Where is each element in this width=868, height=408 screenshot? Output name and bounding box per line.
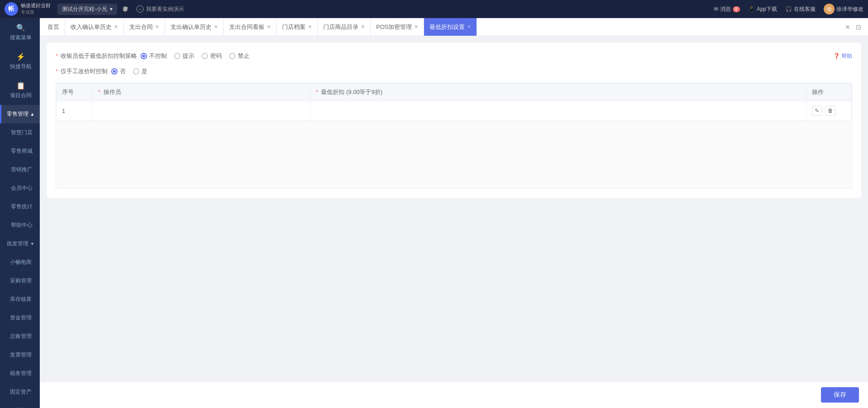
sidebar-item-payroll[interactable]: 工资 xyxy=(0,401,40,408)
tab-close-all-button[interactable]: ✕ xyxy=(844,23,851,32)
tab-close-expenditure-history[interactable]: ✕ xyxy=(214,24,218,30)
headset-icon: 🎧 xyxy=(785,6,792,12)
tab-close-store-catalog[interactable]: ✕ xyxy=(361,24,365,30)
message-icon: ✉ xyxy=(714,6,718,12)
discount-policy-options: 不控制 提示 密码 禁止 xyxy=(141,52,250,60)
sidebar-item-funds[interactable]: 资金管理 xyxy=(0,309,40,327)
radio-no-control[interactable]: 不控制 xyxy=(141,52,167,60)
cell-operator[interactable] xyxy=(93,101,311,121)
col-action: 操作 xyxy=(807,84,852,101)
tab-pos-management[interactable]: POS加密管理 ✕ xyxy=(371,18,424,36)
messages-action[interactable]: ✉ 消息 8 xyxy=(714,5,740,13)
sidebar-item-membership[interactable]: 会员中心 xyxy=(0,179,40,197)
tab-discount-settings[interactable]: 最低折扣设置 ✕ xyxy=(424,18,477,36)
cell-seq: 1 xyxy=(57,101,93,121)
tab-actions: ✕ ⊡ xyxy=(844,23,866,32)
settings-icon[interactable] xyxy=(121,5,130,14)
logo-text: 畅捷通好业财 xyxy=(21,3,51,9)
discount-policy-row: * 收银员低于最低折扣控制策略 不控制 提示 xyxy=(56,52,852,60)
sidebar-item-help[interactable]: 帮助中心 xyxy=(0,216,40,234)
help-link[interactable]: ❓ 帮助 xyxy=(833,52,852,60)
page-content: * 收银员低于最低折扣控制策略 不控制 提示 xyxy=(40,36,868,381)
discount-policy-label: * 收银员低于最低折扣控制策略 xyxy=(56,52,137,60)
customer-service-action[interactable]: 🎧 在线客服 xyxy=(785,5,816,13)
sidebar-item-contract[interactable]: 📋 项目合同 xyxy=(0,76,40,105)
page-footer: 保存 xyxy=(40,381,868,408)
manual-price-options: 否 是 xyxy=(111,67,147,75)
user-profile-action[interactable]: 徐 徐泽华修改 xyxy=(824,4,863,14)
question-icon: ❓ xyxy=(833,53,840,59)
save-button[interactable]: 保存 xyxy=(821,387,859,403)
sidebar-item-ecommerce[interactable]: 小畅电商 xyxy=(0,253,40,272)
settings-card: * 收银员低于最低折扣控制策略 不控制 提示 xyxy=(47,43,861,198)
sidebar-item-invoice[interactable]: 发票管理 xyxy=(0,346,40,364)
app-download-action[interactable]: 📱 App下载 xyxy=(748,5,777,13)
tab-expenditure-contract[interactable]: 支出合同 ✕ xyxy=(124,18,165,36)
radio-forbid[interactable]: 禁止 xyxy=(229,52,250,60)
nav-icon: ⚡ xyxy=(16,52,25,61)
discount-table: 序号 * 操作员 * 最低折扣 (9.00等于9折) xyxy=(56,83,852,121)
tab-store-catalog[interactable]: 门店商品目录 ✕ xyxy=(318,18,371,36)
radio-password-indicator xyxy=(202,53,208,59)
tab-expenditure-board[interactable]: 支出合同看板 ✕ xyxy=(224,18,277,36)
sidebar-item-tax[interactable]: 税务管理 xyxy=(0,364,40,383)
top-header: 帐 畅捷通好业财 专业版 测试分开完程-小兄 ▾ ○ 我要看实例演示 ✉ 消息 … xyxy=(0,0,868,18)
cell-actions: ✎ 🗑 xyxy=(807,101,852,121)
col-operator: * 操作员 xyxy=(93,84,311,101)
table-row: 1 ✎ 🗑 xyxy=(57,101,852,121)
manual-price-row: * 仅手工改价时控制 否 是 xyxy=(56,67,852,75)
tab-close-store-file[interactable]: ✕ xyxy=(308,24,312,30)
radio-no-control-indicator xyxy=(141,53,147,59)
manual-price-label: * 仅手工改价时控制 xyxy=(56,67,108,75)
tab-close-discount[interactable]: ✕ xyxy=(467,24,471,30)
demo-link[interactable]: ○ 我要看实例演示 xyxy=(137,5,184,13)
sidebar-item-assets[interactable]: 固定资产 xyxy=(0,383,40,401)
tab-close-expenditure-contract[interactable]: ✕ xyxy=(155,24,159,30)
tab-expenditure-history[interactable]: 支出确认单历史 ✕ xyxy=(165,18,224,36)
tab-close-pos[interactable]: ✕ xyxy=(414,24,418,30)
logo-icon: 帐 xyxy=(5,2,18,16)
radio-manual-no-indicator xyxy=(111,68,118,75)
tab-close-income-history[interactable]: ✕ xyxy=(114,24,118,30)
edit-row-button[interactable]: ✎ xyxy=(812,106,822,116)
radio-forbid-indicator xyxy=(229,53,236,59)
avatar: 徐 xyxy=(824,4,835,14)
radio-manual-yes[interactable]: 是 xyxy=(133,67,147,75)
tab-store-file[interactable]: 门店档案 ✕ xyxy=(277,18,318,36)
tab-home[interactable]: 首页 xyxy=(42,18,65,36)
sidebar-item-smart-store[interactable]: 智慧门店 xyxy=(0,123,40,142)
radio-manual-no[interactable]: 否 xyxy=(111,67,126,75)
sidebar-item-search[interactable]: 🔍 搜索菜单 xyxy=(0,18,40,47)
chevron-down-icon: ▼ xyxy=(30,241,35,246)
sidebar-item-marketing[interactable]: 营销推广 xyxy=(0,160,40,179)
demo-icon: ○ xyxy=(137,5,144,13)
search-icon: 🔍 xyxy=(16,23,25,32)
sidebar-item-ledger[interactable]: 总账管理 xyxy=(0,327,40,346)
messages-badge: 8 xyxy=(733,6,740,12)
radio-remind-indicator xyxy=(174,53,180,59)
radio-remind[interactable]: 提示 xyxy=(174,52,194,60)
cell-discount[interactable] xyxy=(310,101,806,121)
download-icon: 📱 xyxy=(748,6,755,12)
radio-password[interactable]: 密码 xyxy=(202,52,222,60)
sidebar-item-purchase[interactable]: 采购管理 xyxy=(0,272,40,290)
chevron-down-icon: ▾ xyxy=(110,6,113,12)
tab-close-expenditure-board[interactable]: ✕ xyxy=(267,24,271,30)
project-name: 测试分开完程-小兄 xyxy=(62,5,107,13)
sidebar-item-online-mall[interactable]: 零售商城 xyxy=(0,142,40,160)
sidebar-item-retail-stats[interactable]: 零售统计 xyxy=(0,197,40,216)
delete-row-button[interactable]: 🗑 xyxy=(826,106,835,116)
sidebar-item-wholesale[interactable]: 批发管理 ▼ xyxy=(0,234,40,253)
sidebar: 🔍 搜索菜单 ⚡ 快捷导航 📋 项目合同 零售管理 ▲ 智慧门店 零售商城 营销… xyxy=(0,18,40,408)
tab-bar: 首页 收入确认单历史 ✕ 支出合同 ✕ 支出确认单历史 ✕ 支出合同看板 ✕ 门… xyxy=(40,18,868,36)
sidebar-item-retail[interactable]: 零售管理 ▲ xyxy=(0,105,40,123)
col-discount: * 最低折扣 (9.00等于9折) xyxy=(310,84,806,101)
sidebar-item-nav[interactable]: ⚡ 快捷导航 xyxy=(0,47,40,76)
sidebar-item-inventory[interactable]: 库存核算 xyxy=(0,290,40,309)
tab-maximize-button[interactable]: ⊡ xyxy=(855,23,862,32)
project-selector[interactable]: 测试分开完程-小兄 ▾ xyxy=(57,4,117,15)
radio-manual-yes-indicator xyxy=(133,68,139,75)
tab-income-history[interactable]: 收入确认单历史 ✕ xyxy=(65,18,124,36)
col-seq: 序号 xyxy=(57,84,93,101)
app-logo: 帐 畅捷通好业财 专业版 xyxy=(5,2,51,16)
